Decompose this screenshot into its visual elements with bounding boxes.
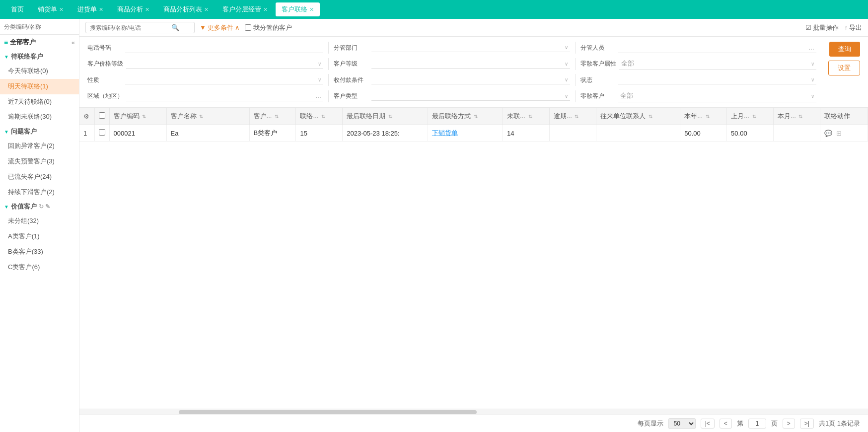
col-checkbox[interactable]	[94, 108, 109, 125]
nav-close-icon[interactable]: ✕	[309, 6, 314, 13]
col-name[interactable]: 客户名称 ⇅	[166, 108, 249, 125]
sidebar-item-ungrouped[interactable]: 未分组(32)	[0, 214, 79, 229]
col-contact-count[interactable]: 联络... ⇅	[296, 108, 343, 125]
customer-price-level-select[interactable]: ∨	[126, 60, 323, 69]
value-group-icons[interactable]: ↻ ✎	[39, 203, 50, 210]
col-unit-contact[interactable]: 往来单位联系人 ⇅	[596, 108, 680, 125]
nav-close-icon[interactable]: ✕	[204, 6, 209, 13]
settings-button[interactable]: 设置	[828, 61, 860, 75]
retail-customer-select[interactable]: 全部 ∨	[618, 90, 816, 102]
region-ellipsis-icon[interactable]: …	[315, 92, 321, 99]
nav-product-analysis-list[interactable]: 商品分析列表 ✕	[157, 2, 215, 16]
gender-field: 性质 ∨	[87, 75, 323, 84]
gender-select[interactable]: ∨	[125, 75, 323, 84]
phone-label: 电话号码	[87, 44, 122, 52]
sidebar-search-input[interactable]	[4, 23, 78, 30]
bulk-operation-btn[interactable]: ☑ 批量操作	[805, 23, 839, 32]
sort-icon: ⇅	[321, 114, 325, 119]
customer-price-level-field: 客户价格等级 ∨	[87, 60, 323, 69]
filter-action-column: 查询 设置	[820, 42, 860, 102]
nav-sales-order[interactable]: 销货单 ✕	[32, 2, 70, 16]
sidebar-item-tomorrow-contact[interactable]: 明天待联络(1)	[0, 79, 79, 94]
select-all-checkbox[interactable]	[99, 112, 105, 119]
nav-close-icon[interactable]: ✕	[59, 6, 64, 13]
sidebar-item-continuous-decline[interactable]: 持续下滑客户(2)	[0, 185, 79, 200]
nav-customer-contact[interactable]: 客户联络 ✕	[276, 2, 320, 16]
nav-close-icon[interactable]: ✕	[99, 6, 103, 13]
search-box[interactable]: 🔍	[85, 22, 195, 33]
filter-icon: ▼	[200, 24, 206, 31]
my-customers-checkbox[interactable]	[245, 24, 251, 31]
sidebar-item-today-contact[interactable]: 今天待联络(0)	[0, 64, 79, 79]
sidebar-all-customers[interactable]: ≡ 全部客户 «	[0, 35, 79, 50]
first-page-btn[interactable]: |<	[701, 419, 715, 429]
phone-input[interactable]	[125, 43, 323, 53]
prev-page-btn[interactable]: <	[720, 419, 732, 429]
col-last-contact-method[interactable]: 最后联络方式 ⇅	[428, 108, 503, 125]
sidebar-problem-group[interactable]: ▼ 问题客户	[0, 125, 79, 139]
nav-close-icon[interactable]: ✕	[263, 6, 268, 13]
nav-home[interactable]: 首页	[5, 2, 30, 16]
gender-chevron-icon: ∨	[318, 77, 321, 82]
horizontal-scrollbar[interactable]	[79, 409, 868, 415]
row-unit-contact	[596, 125, 680, 142]
sidebar-item-class-c[interactable]: C类客户(6)	[0, 260, 79, 275]
contact-method-link[interactable]: 下销货单	[432, 129, 458, 137]
sidebar-value-group[interactable]: ▼ 价值客户 ↻ ✎	[0, 200, 79, 214]
last-page-btn[interactable]: >|	[800, 419, 814, 429]
query-button[interactable]: 查询	[829, 42, 860, 57]
row-last-contact-method[interactable]: 下销货单	[428, 125, 503, 142]
scrollbar-thumb[interactable]	[179, 410, 477, 414]
sidebar-item-class-a[interactable]: A类客户(1)	[0, 229, 79, 244]
search-input[interactable]	[90, 24, 169, 31]
filter-row-3: 性质 ∨ 收付款条件 ∨	[87, 74, 816, 86]
col-last-contact-date[interactable]: 最后联络日期 ⇅	[343, 108, 428, 125]
row-name: Ea	[166, 125, 249, 142]
person-label: 分管人员	[580, 44, 615, 52]
sidebar-pending-contact-group[interactable]: ▼ 待联络客户	[0, 50, 79, 64]
search-icon[interactable]: 🔍	[171, 24, 179, 31]
sidebar-item-overdue-contact[interactable]: 逾期未联络(30)	[0, 109, 79, 125]
customer-type-select[interactable]: ∨	[371, 92, 570, 101]
bulk-icon: ☑	[805, 24, 811, 31]
retail-attr-select[interactable]: 全部 ∨	[619, 58, 816, 70]
export-btn[interactable]: ↑ 导出	[845, 23, 863, 32]
page-input[interactable]	[748, 419, 766, 429]
col-overdue[interactable]: 逾期... ⇅	[549, 108, 596, 125]
customer-level-select[interactable]: ∨	[371, 60, 570, 69]
col-code[interactable]: 客户编码 ⇅	[109, 108, 166, 125]
per-page-select[interactable]: 50 100 200	[668, 418, 696, 429]
status-label: 状态	[580, 76, 615, 84]
dept-select[interactable]: ∨	[371, 43, 570, 52]
person-field: 分管人员 …	[580, 43, 816, 53]
col-uncontacted[interactable]: 未联... ⇅	[503, 108, 550, 125]
person-ellipsis-icon[interactable]: …	[808, 44, 814, 51]
more-conditions-btn[interactable]: ▼ 更多条件 ∧	[200, 23, 240, 32]
sidebar-item-churn-warning[interactable]: 流失预警客户(3)	[0, 154, 79, 169]
col-settings[interactable]: ⚙	[79, 108, 94, 125]
col-this-year[interactable]: 本年... ⇅	[680, 108, 727, 125]
payment-select[interactable]: ∨	[371, 75, 570, 84]
row-checkbox[interactable]	[94, 125, 109, 142]
sidebar-collapse-icon[interactable]: «	[72, 39, 75, 46]
nav-close-icon[interactable]: ✕	[145, 6, 149, 13]
filter-bar: 🔍 ▼ 更多条件 ∧ 我分管的客户 ☑ 批量操作 ↑ 导出	[79, 19, 868, 37]
row-select-checkbox[interactable]	[99, 129, 105, 136]
sidebar-item-abnormal-repurchase[interactable]: 回购异常客户(2)	[0, 139, 79, 154]
my-customers-checkbox-label[interactable]: 我分管的客户	[245, 23, 292, 32]
region-select[interactable]: …	[126, 91, 323, 101]
next-page-btn[interactable]: >	[783, 419, 795, 429]
col-type[interactable]: 客户... ⇅	[249, 108, 296, 125]
nav-customer-segmentation[interactable]: 客户分层经营 ✕	[217, 2, 274, 16]
row-contact-icon[interactable]: 💬	[824, 130, 832, 137]
col-last-month[interactable]: 上月... ⇅	[727, 108, 774, 125]
row-more-icon[interactable]: ⊞	[836, 130, 842, 137]
sidebar-item-class-b[interactable]: B类客户(33)	[0, 244, 79, 260]
sidebar-item-7days-contact[interactable]: 近7天待联络(0)	[0, 94, 79, 110]
col-this-month[interactable]: 本月... ⇅	[773, 108, 820, 125]
nav-purchase-order[interactable]: 进货单 ✕	[72, 2, 109, 16]
person-select[interactable]: …	[618, 43, 816, 53]
nav-product-analysis[interactable]: 商品分析 ✕	[111, 2, 155, 16]
status-select[interactable]: ∨	[618, 75, 816, 84]
sidebar-item-churned[interactable]: 已流失客户(24)	[0, 169, 79, 185]
